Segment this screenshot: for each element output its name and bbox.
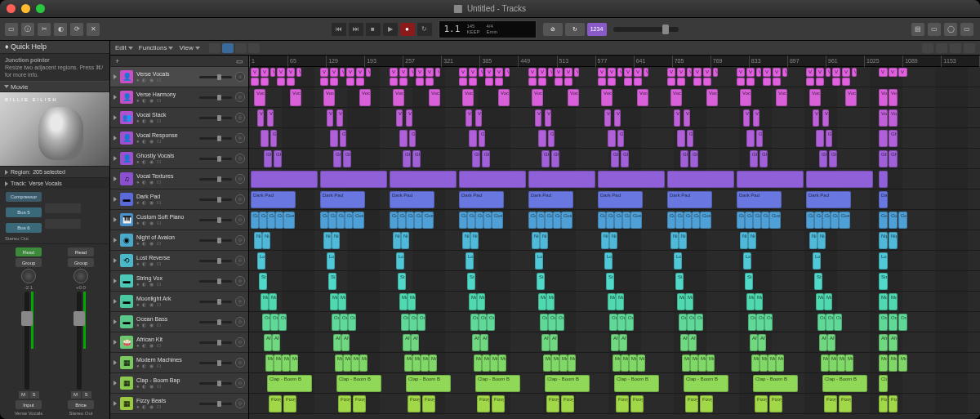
audio-region[interactable]: V [479,68,483,77]
pan-knob[interactable] [21,269,36,283]
audio-region[interactable]: Nig [740,232,748,249]
audio-region[interactable]: Mo [746,293,755,310]
send-bus5[interactable]: Bus 5 [6,207,42,217]
audio-region[interactable]: Afr [411,334,419,351]
audio-region[interactable]: Oce [609,314,617,331]
audio-region[interactable] [330,130,338,147]
audio-region[interactable] [277,78,285,86]
audio-region[interactable]: Mc [543,354,551,372]
audio-region[interactable] [763,78,771,86]
track-disclosure[interactable] [114,115,117,120]
audio-region[interactable]: Cus [398,212,406,229]
track-disclosure[interactable] [114,176,117,181]
audio-region[interactable]: V [608,68,616,77]
audio-region[interactable]: Cus [414,212,422,229]
track-lane[interactable]: VVVVVVVVVVVVVVVVVVVVVVVVVVVVVVVVVVVVVVVV… [249,67,980,87]
audio-region[interactable]: Dark Pad [598,191,643,208]
track-volume-slider[interactable] [199,239,232,242]
audio-region[interactable] [251,171,318,188]
audio-region[interactable]: V [852,68,857,77]
track-icon[interactable]: ▦ [120,397,133,410]
audio-region[interactable]: Oce [834,314,842,331]
audio-region[interactable]: Dark Pad [737,191,782,208]
audio-region[interactable]: Cus [328,212,336,229]
audio-region[interactable]: Mc [343,354,351,372]
audio-region[interactable]: Clap - Boom B [753,375,798,392]
audio-region[interactable]: Afr [619,334,627,351]
audio-region[interactable]: Afr [688,334,697,351]
audio-region[interactable]: Nig [817,232,826,249]
audio-region[interactable]: Mc [612,354,621,372]
audio-region[interactable]: Voc [614,109,621,127]
audio-region[interactable]: Str [879,273,888,290]
audio-region[interactable]: V [409,68,414,77]
track-pan-knob[interactable] [235,317,245,327]
track-disclosure[interactable] [114,279,117,283]
track-lane[interactable]: MoMoMoMoMoMoMoMoMoMoMoMoMoMoMoMoMoMoMoMo [249,292,980,312]
audio-region[interactable]: Clap - Boom B [879,375,888,392]
track-icon[interactable]: ▬ [120,295,133,308]
audio-region[interactable]: Voc [359,89,371,106]
audio-region[interactable]: V [898,68,907,77]
track-volume-slider[interactable] [199,362,232,364]
audio-region[interactable]: Mc [760,354,768,372]
audio-region[interactable]: Oce [889,314,898,331]
audio-region[interactable]: V [564,68,572,77]
input-button[interactable]: Input [16,400,42,409]
track-volume-slider[interactable] [199,198,232,201]
audio-region[interactable]: V [713,68,718,77]
audio-region[interactable]: V [555,68,563,77]
audio-region[interactable]: Oce [332,314,340,331]
track-lane[interactable]: Fizzy BeFizzy BeFizzy BeFizzy BeFizzy Be… [249,394,980,414]
audio-region[interactable]: Voc [267,109,274,127]
track-icon[interactable]: 👤 [120,91,133,104]
audio-region[interactable]: Cus [814,212,822,229]
audio-region[interactable]: Cus [745,212,753,229]
audio-region[interactable]: Oce [679,314,687,331]
track-icon[interactable]: ▦ [120,377,133,390]
audio-region[interactable] [346,78,354,86]
audio-region[interactable]: Gho [617,130,624,147]
audio-region[interactable] [399,78,408,86]
audio-region[interactable]: V [677,68,685,77]
audio-region[interactable]: Los [879,252,888,270]
audio-region[interactable]: Afr [333,334,341,351]
audio-region[interactable] [667,171,734,188]
global-tracks-button[interactable]: ▭ [236,57,243,65]
audio-region[interactable]: Voc [396,109,403,127]
audio-region[interactable]: Fizzy Be [889,395,898,412]
audio-region[interactable]: V [634,68,642,77]
audio-region[interactable]: Oce [826,314,834,331]
audio-region[interactable]: V [416,68,424,77]
audio-region[interactable]: Fizzy Be [546,395,559,412]
audio-region[interactable]: Voc [323,89,335,106]
track-pan-knob[interactable] [235,113,245,123]
track-disclosure[interactable] [114,136,117,140]
audio-region[interactable]: Fizzy Be [353,395,366,412]
audio-region[interactable]: Afr [819,334,827,351]
audio-region[interactable]: V [644,68,648,77]
audio-region[interactable]: V [346,68,354,77]
audio-region[interactable]: Voc [475,109,482,127]
audio-region[interactable]: Str [259,273,267,290]
audio-region[interactable]: Gho [409,130,416,147]
mixer-button[interactable]: ⟳ [70,23,83,36]
audio-region[interactable]: V [505,68,510,77]
track-volume-slider[interactable] [199,96,232,99]
audio-region[interactable]: Mc [490,354,498,372]
track-lane[interactable]: AfrAfrAfrAfrAfrAfrAfrAfrAfrAfrAfrAfrAfrA… [249,332,980,353]
audio-region[interactable]: Mc [845,354,853,372]
audio-region[interactable]: Voc [604,109,611,127]
audio-region[interactable]: Gho [264,150,272,167]
edit-menu[interactable]: Edit [115,44,132,51]
track-buttons[interactable]: ● ◐ ◉ ⊡ [136,363,196,368]
audio-region[interactable]: Afr [889,334,898,351]
track-disclosure[interactable] [114,258,117,263]
audio-region[interactable]: Voc [740,89,751,106]
lcd-display[interactable]: 1.1 145 KEEP 4/4 Emin [439,20,537,38]
audio-region[interactable]: Oce [556,314,564,331]
audio-region[interactable]: Fizzy Be [824,395,837,412]
track-volume-slider[interactable] [199,76,232,78]
audio-region[interactable]: Oce [409,314,417,331]
track-buttons[interactable]: ● ◐ ◉ ⊡ [136,403,196,409]
